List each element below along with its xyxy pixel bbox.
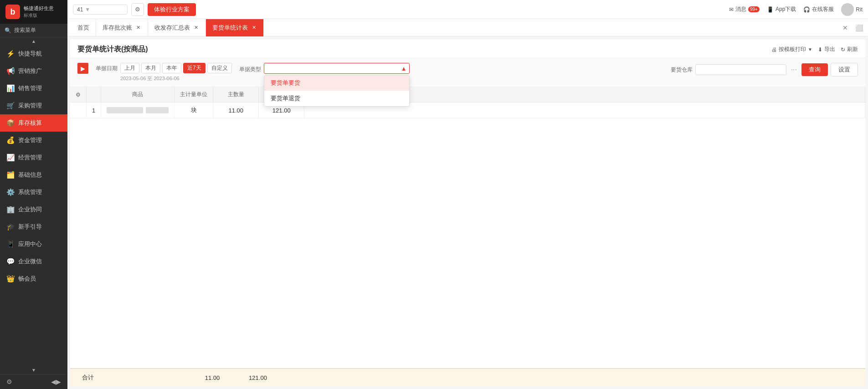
page-actions: 🖨 按模板打印 ▼ ⬇ 导出 ↻ 刷新: [771, 46, 858, 53]
date-btn-this-year[interactable]: 本年: [162, 63, 181, 73]
sidebar-scroll-down[interactable]: ▼: [0, 366, 67, 374]
sidebar-bottom: ⚙ ◀▶: [0, 374, 67, 389]
sidebar-item-label: 资金管理: [18, 136, 42, 144]
message-badge: 99+: [748, 6, 760, 12]
tab-close-all-btn[interactable]: ✕: [840, 22, 851, 33]
tab-home[interactable]: 首页: [71, 19, 96, 36]
guide-icon: 🎓: [6, 223, 15, 231]
date-btn-this-month[interactable]: 本月: [141, 63, 160, 73]
dropdown-item-order-goods[interactable]: 要货单要货: [264, 75, 409, 91]
expand-icon: ▶: [81, 65, 85, 72]
date-options: 上月 本月 本年 近7天 自定义 2023-05-06 至 2023-06-06: [120, 63, 232, 82]
print-label: 按模板打印: [779, 46, 806, 53]
sidebar-item-label: 系统管理: [18, 188, 42, 196]
sidebar-item-marketing[interactable]: 📢 营销推广: [0, 62, 67, 80]
table-body: 1 块 11.00 121.00: [70, 102, 865, 118]
date-btn-7days[interactable]: 近7天: [183, 63, 205, 73]
message-action[interactable]: ✉ 消息 99+: [729, 5, 760, 13]
sidebar-item-label: 基础信息: [18, 171, 42, 179]
service-icon: 🎧: [803, 6, 810, 13]
sidebar-item-operation[interactable]: 📈 经营管理: [0, 149, 67, 166]
sidebar-item-basic[interactable]: 🗂️ 基础信息: [0, 166, 67, 184]
dropdown-item-label: 要货单要货: [271, 79, 300, 86]
app-subtitle: 标准版: [24, 12, 54, 19]
footer-qty-val: 11.00: [190, 374, 235, 381]
marketing-icon: 📢: [6, 67, 15, 75]
type-filter-input[interactable]: [264, 63, 410, 74]
date-buttons: 上月 本月 本年 近7天 自定义: [120, 63, 232, 73]
row-index-cell: 1: [87, 102, 101, 118]
table-header-row: ⚙ 商品 主计量单位 主数量 零售金额: [70, 87, 865, 102]
sidebar-item-label: 应用中心: [18, 240, 42, 248]
type-filter-label: 单据类型: [239, 64, 261, 73]
date-btn-last-month[interactable]: 上月: [120, 63, 139, 73]
sidebar-item-system[interactable]: ⚙️ 系统管理: [0, 184, 67, 201]
query-button[interactable]: 查询: [801, 63, 828, 76]
col-index: [87, 87, 101, 102]
search-menu-label: 搜索菜单: [14, 26, 36, 34]
refresh-btn[interactable]: ↻ 刷新: [841, 46, 858, 53]
sidebar-collapse-btn[interactable]: ◀▶: [51, 378, 61, 385]
dropdown-item-label: 要货单退货: [271, 95, 300, 102]
online-service-action[interactable]: 🎧 在线客服: [803, 5, 834, 13]
sidebar-item-inventory[interactable]: 📦 库存核算: [0, 114, 67, 132]
col-product: 商品: [101, 87, 175, 102]
store-count: 41: [77, 6, 83, 13]
export-btn[interactable]: ⬇ 导出: [818, 46, 835, 53]
tab-summary[interactable]: 收发存汇总表 ✕: [148, 19, 206, 36]
more-filters-btn[interactable]: ···: [791, 66, 797, 74]
tab-summary-close[interactable]: ✕: [193, 25, 199, 31]
tab-order-stat[interactable]: 要货单统计表 ✕: [206, 19, 264, 36]
sidebar-item-purchase[interactable]: 🛒 采购管理: [0, 97, 67, 114]
sidebar-item-appstore[interactable]: 📱 应用中心: [0, 235, 67, 253]
sidebar-scroll-up[interactable]: ▲: [0, 37, 67, 45]
sidebar-item-guide[interactable]: 🎓 新手引导: [0, 218, 67, 235]
sidebar-item-label: 企业微信: [18, 257, 42, 266]
sidebar-item-sales[interactable]: 📊 销售管理: [0, 80, 67, 97]
search-menu[interactable]: 🔍 搜索菜单: [0, 24, 67, 37]
warehouse-filter-input[interactable]: [695, 64, 786, 75]
sidebar-item-finance[interactable]: 💰 资金管理: [0, 132, 67, 149]
date-btn-custom[interactable]: 自定义: [207, 63, 232, 73]
print-btn[interactable]: 🖨 按模板打印 ▼: [771, 46, 812, 53]
tabs-controls: ✕ ⬜: [840, 22, 864, 33]
sidebar-item-wechat[interactable]: 💬 企业微信: [0, 253, 67, 270]
app-download-action[interactable]: 📱 App下载: [767, 5, 796, 13]
tab-batch[interactable]: 库存批次账 ✕: [96, 19, 148, 36]
footer-total-label: 合计: [82, 374, 94, 381]
filter-expand-btn[interactable]: ▶: [77, 63, 88, 74]
product-name-group: [107, 107, 169, 113]
product-name-placeholder: [107, 107, 143, 113]
sidebar-settings-btn[interactable]: ⚙: [6, 378, 12, 385]
refresh-label: 刷新: [847, 46, 858, 53]
page-title: 要货单统计表(按商品): [77, 45, 148, 54]
table-row: 1 块 11.00 121.00: [70, 102, 865, 118]
online-service-label: 在线客服: [812, 5, 834, 13]
type-dropdown: 要货单要货 要货单退货: [264, 75, 410, 107]
tab-batch-close[interactable]: ✕: [135, 25, 141, 31]
col-settings[interactable]: ⚙: [70, 87, 87, 102]
sidebar-item-member[interactable]: 👑 畅会员: [0, 270, 67, 287]
sidebar-item-label: 库存核算: [18, 119, 42, 127]
dropdown-item-order-return[interactable]: 要货单退货: [264, 91, 409, 106]
tab-order-stat-close[interactable]: ✕: [251, 25, 257, 31]
tab-batch-label: 库存批次账: [103, 24, 132, 32]
operation-icon: 📈: [6, 154, 15, 162]
store-selector[interactable]: 41 ▼: [73, 5, 128, 15]
sidebar-item-enterprise[interactable]: 🏢 企业协同: [0, 201, 67, 218]
settings-button[interactable]: 设置: [831, 63, 858, 77]
inventory-icon: 📦: [6, 119, 15, 127]
app-download-label: App下载: [776, 5, 796, 13]
sidebar-item-label: 经营管理: [18, 154, 42, 162]
table-area: ⚙ 商品 主计量单位 主数量 零售金额 1: [70, 87, 865, 368]
table-footer: 合计 11.00 121.00: [70, 368, 865, 386]
store-settings-btn[interactable]: ⚙: [131, 3, 144, 16]
tab-restore-btn[interactable]: ⬜: [853, 22, 864, 33]
print-icon: 🖨: [771, 46, 777, 53]
sidebar-item-shortcut[interactable]: ⚡ 快捷导航: [0, 45, 67, 62]
user-profile[interactable]: Rit: [841, 3, 863, 16]
row-qty-cell: 11.00: [213, 102, 259, 118]
download-icon: 📱: [767, 6, 774, 13]
tab-order-stat-label: 要货单统计表: [212, 24, 248, 32]
trial-button[interactable]: 体验行业方案: [148, 3, 196, 16]
